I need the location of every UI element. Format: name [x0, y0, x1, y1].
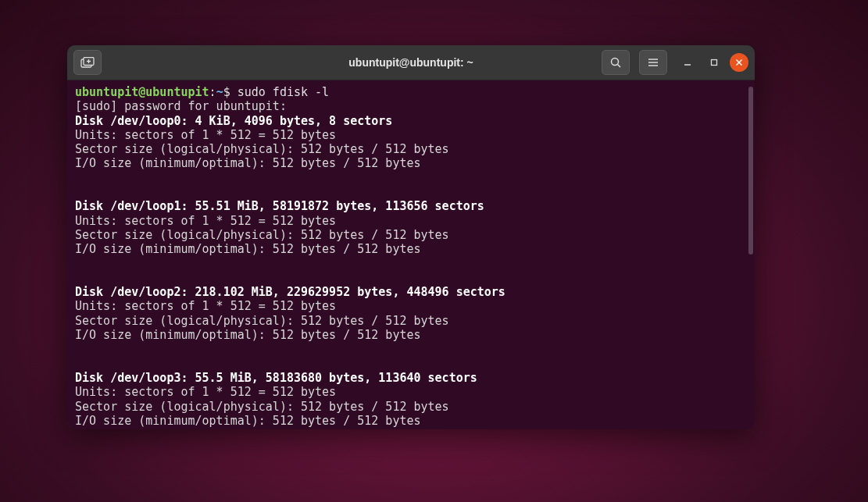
- disk-io: I/O size (minimum/optimal): 512 bytes / …: [75, 414, 421, 428]
- disk-header: Disk /dev/loop1: 55.51 MiB, 58191872 byt…: [75, 199, 484, 213]
- disk-header: Disk /dev/loop2: 218.102 MiB, 229629952 …: [75, 285, 505, 299]
- close-button[interactable]: [730, 53, 748, 72]
- command-text: sudo fdisk -l: [238, 85, 329, 99]
- sudo-password-line: [sudo] password for ubuntupit:: [75, 99, 287, 113]
- scrollbar-thumb[interactable]: [748, 87, 753, 255]
- titlebar-right: [602, 50, 748, 75]
- minimize-button[interactable]: [677, 52, 698, 73]
- maximize-button[interactable]: [703, 52, 725, 73]
- disk-io: I/O size (minimum/optimal): 512 bytes / …: [75, 242, 421, 256]
- svg-line-5: [618, 65, 621, 68]
- disk-sector: Sector size (logical/physical): 512 byte…: [75, 228, 449, 242]
- disk-header: Disk /dev/loop3: 55.5 MiB, 58183680 byte…: [75, 371, 477, 385]
- disk-units: Units: sectors of 1 * 512 = 512 bytes: [75, 214, 336, 228]
- titlebar-left: [73, 50, 106, 75]
- close-icon: [735, 59, 743, 66]
- new-tab-button[interactable]: [73, 50, 102, 75]
- prompt-user-host: ubuntupit@ubuntupit: [75, 85, 209, 99]
- minimize-icon: [683, 58, 692, 67]
- disk-units: Units: sectors of 1 * 512 = 512 bytes: [75, 128, 336, 142]
- disk-units: Units: sectors of 1 * 512 = 512 bytes: [75, 385, 336, 399]
- disk-io: I/O size (minimum/optimal): 512 bytes / …: [75, 156, 421, 170]
- new-tab-icon: [80, 57, 95, 68]
- search-icon: [609, 56, 622, 69]
- hamburger-icon: [647, 56, 659, 69]
- maximize-icon: [709, 58, 719, 67]
- prompt-symbol: $: [223, 85, 230, 99]
- disk-sector: Sector size (logical/physical): 512 byte…: [75, 400, 449, 414]
- disk-sector: Sector size (logical/physical): 512 byte…: [75, 142, 449, 156]
- menu-button[interactable]: [639, 50, 667, 75]
- disk-sector: Sector size (logical/physical): 512 byte…: [75, 314, 449, 328]
- prompt-path: ~: [216, 85, 223, 99]
- terminal-window: ubuntupit@ubuntupit: ~: [67, 45, 755, 429]
- svg-point-4: [612, 59, 619, 66]
- disk-io: I/O size (minimum/optimal): 512 bytes / …: [75, 328, 421, 342]
- titlebar: ubuntupit@ubuntupit: ~: [67, 45, 755, 80]
- terminal-content[interactable]: ubuntupit@ubuntupit:~$ sudo fdisk -l [su…: [67, 80, 755, 429]
- disk-header: Disk /dev/loop0: 4 KiB, 4096 bytes, 8 se…: [75, 114, 392, 128]
- prompt-separator: :: [209, 85, 216, 99]
- svg-rect-10: [712, 60, 717, 66]
- disk-units: Units: sectors of 1 * 512 = 512 bytes: [75, 299, 336, 313]
- search-button[interactable]: [602, 50, 630, 75]
